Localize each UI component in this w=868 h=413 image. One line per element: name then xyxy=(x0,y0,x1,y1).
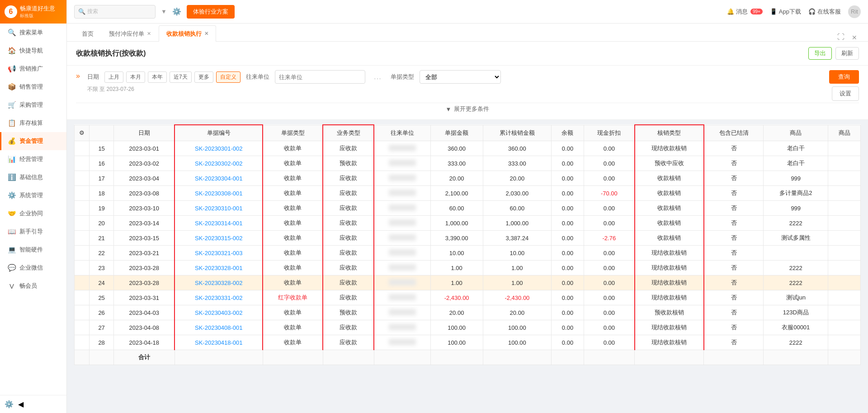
sidebar: 6 畅康道好生意 标推版 🔍 搜索菜单 🏠 快捷导航 📢 营销推广 📦 销售管理… xyxy=(0,0,67,413)
main-area: 🔍 搜索 ▼ ⚙️ 体验行业方案 🔔 消息 99+ 📱 App下载 🎧 在线客服… xyxy=(67,0,868,413)
sidebar-footer: ⚙️ ◀ xyxy=(0,395,66,413)
search-menu-icon: 🔍 xyxy=(8,28,16,37)
date-custom-btn[interactable]: 自定义 xyxy=(216,71,241,83)
tab-collect-verify[interactable]: 收款核销执行 ✕ xyxy=(159,25,216,42)
doc-no-link[interactable]: SK-20230408-001 xyxy=(195,324,243,331)
table-row: 182023-03-08SK-20230308-001收款单应收款2,100.0… xyxy=(75,186,861,201)
topbar: 🔍 搜索 ▼ ⚙️ 体验行业方案 🔔 消息 99+ 📱 App下载 🎧 在线客服… xyxy=(67,0,868,24)
date-this-month-btn[interactable]: 本月 xyxy=(126,71,145,83)
doc-no-link[interactable]: SK-20230403-002 xyxy=(195,309,243,316)
sidebar-item-inventory[interactable]: 📋 库存核算 xyxy=(0,114,66,132)
sidebar-item-base-info[interactable]: ℹ️ 基础信息 xyxy=(0,168,66,186)
sidebar-item-sales[interactable]: 📦 销售管理 xyxy=(0,78,66,96)
sidebar-item-corp-collab[interactable]: 🤝 企业协同 xyxy=(0,204,66,223)
vip-icon: V xyxy=(8,282,16,290)
content-area: 收款核销执行(按收款) 导出 刷新 » 日期 上月 本月 本年 近7天 xyxy=(67,42,868,413)
doc-no-link[interactable]: SK-20230308-001 xyxy=(195,190,243,197)
brand-icon: 6 xyxy=(5,5,17,18)
sidebar-settings-icon[interactable]: ⚙️ xyxy=(5,400,14,408)
date-last-month-btn[interactable]: 上月 xyxy=(104,71,123,83)
sidebar-collapse-icon[interactable]: ◀ xyxy=(18,400,24,408)
table-row: 222023-03-21SK-20230321-003收款单应收款10.0010… xyxy=(75,246,861,261)
table-row: 192023-03-10SK-20230310-001收款单应收款60.0060… xyxy=(75,201,861,216)
table-row: 262023-04-03SK-20230403-002收款单预收款20.0020… xyxy=(75,305,861,320)
app-download-btn[interactable]: 📱 App下载 xyxy=(770,8,801,16)
date-more-btn[interactable]: 更多 xyxy=(194,71,213,83)
search-icon: 🔍 xyxy=(78,8,85,15)
sidebar-logo: 6 畅康道好生意 标推版 xyxy=(0,0,66,24)
finance-icon: 💰 xyxy=(8,137,16,145)
doc-type-label: 单据类型 xyxy=(391,73,414,81)
tab-maximize-icon[interactable]: ⛶ xyxy=(834,33,848,41)
chevron-down-icon: ▼ xyxy=(446,106,452,113)
th-verify-type: 核销类型 xyxy=(635,125,704,141)
headphone-icon: 🎧 xyxy=(808,8,816,15)
doc-no-link[interactable]: SK-20230304-001 xyxy=(195,175,243,182)
sidebar-item-quick-nav[interactable]: 🏠 快捷导航 xyxy=(0,42,66,60)
th-include-settled: 包含已结清 xyxy=(704,125,764,141)
filter-expand-btn[interactable]: » xyxy=(76,70,80,80)
doc-no-link[interactable]: SK-20230315-002 xyxy=(195,235,243,242)
doc-no-link[interactable]: SK-20230328-002 xyxy=(195,280,243,286)
doc-type-select[interactable]: 全部 收款单 红字收款单 xyxy=(420,70,501,84)
sidebar-item-smart-hw[interactable]: 💻 智能硬件 xyxy=(0,241,66,259)
doc-no-link[interactable]: SK-20230331-002 xyxy=(195,294,243,301)
sidebar-item-beginner[interactable]: 📖 新手引导 xyxy=(0,223,66,241)
refresh-btn[interactable]: 刷新 xyxy=(835,47,859,60)
date-7days-btn[interactable]: 近7天 xyxy=(170,71,192,83)
page-header: 收款核销执行(按收款) 导出 刷新 xyxy=(67,42,868,66)
collab-icon: 🤝 xyxy=(8,209,16,218)
inventory-icon: 📋 xyxy=(8,119,16,127)
mobile-icon: 📱 xyxy=(770,8,777,15)
doc-no-link[interactable]: SK-20230314-001 xyxy=(195,220,243,227)
sidebar-item-purchase[interactable]: 🛒 采购管理 xyxy=(0,96,66,114)
topbar-search[interactable]: 🔍 搜索 xyxy=(74,5,156,19)
setting-btn[interactable]: 设置 xyxy=(832,86,859,101)
sidebar-item-vip[interactable]: V 畅会员 xyxy=(0,277,66,295)
page-title: 收款核销执行(按收款) xyxy=(76,49,146,64)
tab-payable[interactable]: 预付冲应付单 ✕ xyxy=(101,25,159,42)
topbar-gear-icon[interactable]: ⚙️ xyxy=(172,7,181,16)
doc-no-link[interactable]: SK-20230328-001 xyxy=(195,265,243,271)
expand-more-btn[interactable]: ▼ 展开更多条件 xyxy=(76,103,859,115)
date-this-year-btn[interactable]: 本年 xyxy=(148,71,167,83)
th-biz-type: 业务类型 xyxy=(323,125,374,141)
doc-no-link[interactable]: SK-20230418-001 xyxy=(195,339,243,346)
tab-home[interactable]: 首页 xyxy=(74,25,101,42)
sidebar-item-sys-mgmt[interactable]: ⚙️ 系统管理 xyxy=(0,186,66,204)
tab-close-all-icon[interactable]: ✕ xyxy=(848,34,861,41)
brand-text: 畅康道好生意 标推版 xyxy=(20,5,55,19)
tab-collect-verify-close[interactable]: ✕ xyxy=(204,31,208,37)
notification-btn[interactable]: 🔔 消息 99+ xyxy=(727,8,763,16)
sidebar-item-corp-wechat[interactable]: 💬 企业微信 xyxy=(0,259,66,277)
th-goods1: 商品 xyxy=(764,125,828,141)
sidebar-item-operations[interactable]: 📊 经营管理 xyxy=(0,150,66,168)
doc-no-link[interactable]: SK-20230301-002 xyxy=(195,145,243,152)
data-table: ⚙ 日期 单据编号 单据类型 业务类型 往来单位 单据金额 累计核销金额 余额 … xyxy=(74,124,861,365)
marketing-icon: 📢 xyxy=(8,65,16,73)
filter-date-buttons: 上月 本月 本年 近7天 更多 自定义 xyxy=(104,71,241,83)
filter-more-conditions-dots[interactable]: ... xyxy=(371,74,386,81)
query-btn[interactable]: 查询 xyxy=(829,70,859,84)
sidebar-item-search-menu[interactable]: 🔍 搜索菜单 xyxy=(0,24,66,42)
filter-area: » 日期 上月 本月 本年 近7天 更多 自定义 往来单位 xyxy=(67,66,868,120)
table-row: 162023-03-02SK-20230302-002收款单预收款333.003… xyxy=(75,156,861,171)
export-btn[interactable]: 导出 xyxy=(808,47,832,60)
doc-no-link[interactable]: SK-20230321-003 xyxy=(195,250,243,256)
date-range-display: 不限 至 2023-07-26 xyxy=(87,86,134,92)
partner-input[interactable] xyxy=(275,70,365,84)
sidebar-item-finance[interactable]: 💰 资金管理 xyxy=(0,132,66,150)
topbar-dropdown-arrow[interactable]: ▼ xyxy=(161,8,167,15)
th-doc-amount: 单据金额 xyxy=(430,125,483,141)
doc-no-link[interactable]: SK-20230302-002 xyxy=(195,160,243,167)
user-avatar[interactable]: Rit xyxy=(848,5,861,18)
sales-icon: 📦 xyxy=(8,83,16,91)
solution-btn[interactable]: 体验行业方案 xyxy=(187,5,235,19)
th-cash-discount: 现金折扣 xyxy=(584,125,634,141)
sidebar-item-marketing[interactable]: 📢 营销推广 xyxy=(0,60,66,78)
doc-no-link[interactable]: SK-20230310-001 xyxy=(195,205,243,212)
purchase-icon: 🛒 xyxy=(8,101,16,109)
tab-payable-close[interactable]: ✕ xyxy=(147,31,151,37)
online-support-btn[interactable]: 🎧 在线客服 xyxy=(808,8,841,16)
operations-icon: 📊 xyxy=(8,155,16,163)
